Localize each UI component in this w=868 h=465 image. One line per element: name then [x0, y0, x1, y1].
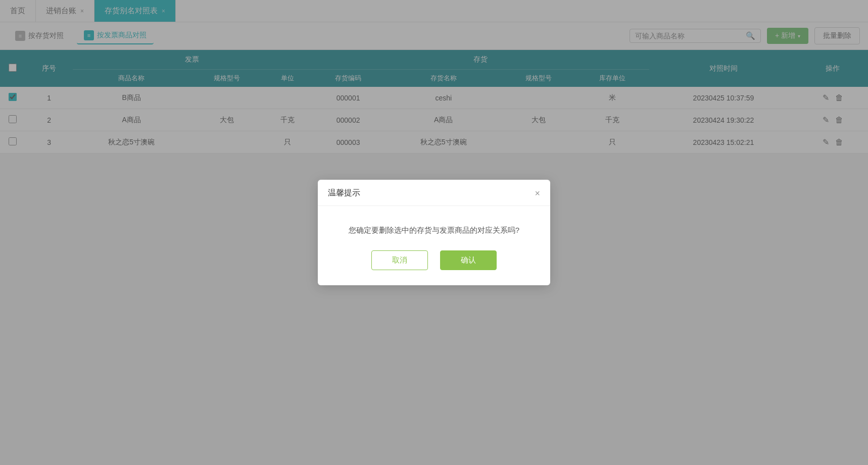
overlay: 温馨提示 × 您确定要删除选中的存货与发票商品的对应关系吗? 取消 确认 — [0, 0, 868, 153]
